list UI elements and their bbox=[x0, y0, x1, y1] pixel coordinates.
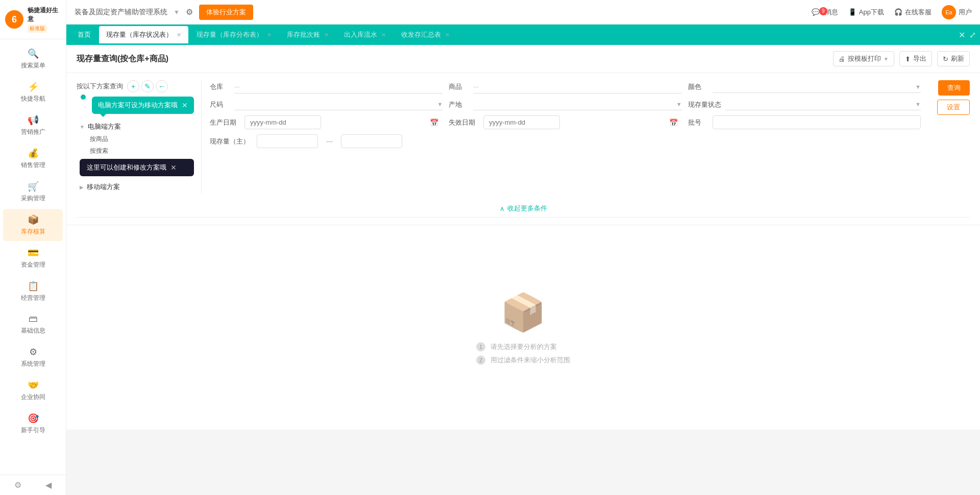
mobile-scheme-header[interactable]: ▶ 移动端方案 bbox=[77, 180, 194, 194]
size-dropdown-icon: ▼ bbox=[437, 101, 443, 107]
scheme-item-search[interactable]: 按搜索 bbox=[87, 145, 194, 157]
tab-stock-dist-label: 现存量（库存分布表） bbox=[197, 30, 263, 39]
scheme-item-by-goods[interactable]: 按商品 bbox=[87, 133, 194, 145]
color-input[interactable]: ▼ bbox=[713, 81, 921, 93]
tab-home[interactable]: 首页 bbox=[70, 27, 98, 42]
app-download-btn[interactable]: 📱 App下载 bbox=[848, 8, 884, 17]
export-btn[interactable]: ⬆ 导出 bbox=[899, 51, 932, 66]
origin-label: 产地 bbox=[449, 100, 469, 109]
header-left: 装备及固定资产辅助管理系统 ▼ ⚙ 体验行业方案 bbox=[75, 5, 253, 20]
stock-min-input[interactable] bbox=[257, 134, 318, 148]
warehouse-input[interactable]: ··· bbox=[234, 80, 443, 93]
print-btn[interactable]: 🖨 按模板打印 ▼ bbox=[833, 51, 894, 66]
tab-batch-acct[interactable]: 库存批次账 ✕ bbox=[280, 26, 336, 43]
quicknav-icon: ⚡ bbox=[28, 81, 39, 92]
mobile-scheme-group: ▶ 移动端方案 bbox=[77, 180, 194, 194]
goods-input[interactable]: ··· bbox=[473, 80, 681, 93]
tab-stock-dist-close[interactable]: ✕ bbox=[267, 32, 272, 38]
support-label: 在线客服 bbox=[905, 8, 932, 17]
stock-status-input[interactable]: ▼ bbox=[725, 99, 921, 110]
expire-date-input[interactable] bbox=[483, 115, 560, 129]
user-menu[interactable]: Ea 用户 bbox=[942, 5, 972, 19]
trial-btn[interactable]: 体验行业方案 bbox=[199, 5, 253, 20]
online-support-btn[interactable]: 🎧 在线客服 bbox=[894, 8, 932, 17]
prod-date-calendar-icon[interactable]: 📅 bbox=[430, 119, 438, 127]
sidebar-item-operations[interactable]: 📋 经营管理 bbox=[3, 275, 63, 308]
batch-input[interactable] bbox=[713, 115, 921, 129]
tab-batch-acct-label: 库存批次账 bbox=[287, 30, 320, 39]
desktop-scheme-header[interactable]: ▼ 电脑端方案 bbox=[77, 120, 194, 133]
back-scheme-btn[interactable]: ← bbox=[156, 80, 168, 92]
settings-bottom-icon[interactable]: ⚙ bbox=[14, 480, 21, 490]
sidebar-item-newbie[interactable]: 🎯 新手引导 bbox=[3, 408, 63, 440]
refresh-btn[interactable]: ↻ 刷新 bbox=[937, 51, 970, 66]
origin-input[interactable]: ▼ bbox=[473, 99, 681, 110]
gear-icon[interactable]: ⚙ bbox=[186, 7, 193, 17]
sidebar-item-finance[interactable]: 💳 资金管理 bbox=[3, 242, 63, 274]
goods-field: 商品 ··· bbox=[449, 80, 681, 93]
filter-label: 按以下方案查询 bbox=[77, 82, 123, 91]
sidebar-item-purchase[interactable]: 🛒 采购管理 bbox=[3, 176, 63, 208]
tooltip-bubble-2: 这里可以创建和修改方案哦 ✕ bbox=[80, 159, 194, 176]
dot-indicator-1 bbox=[81, 95, 86, 100]
settings-btn[interactable]: 设置 bbox=[937, 100, 970, 115]
sidebar-item-collab[interactable]: 🤝 企业协同 bbox=[3, 374, 63, 407]
sidebar-item-system[interactable]: ⚙ 系统管理 bbox=[3, 341, 63, 373]
sidebar-label-marketing: 营销推广 bbox=[21, 128, 45, 136]
page-title: 现存量查询(按仓库+商品) bbox=[77, 54, 168, 64]
add-scheme-btn[interactable]: + bbox=[127, 80, 139, 92]
message-btn[interactable]: 💬 9 消息 bbox=[812, 8, 838, 17]
sidebar-item-inventory[interactable]: 📦 库存核算 bbox=[3, 209, 63, 241]
page-header: 现存量查询(按仓库+商品) 🖨 按模板打印 ▼ ⬆ 导出 ↻ 刷新 bbox=[66, 45, 980, 73]
close-all-tabs-icon[interactable]: ✕ bbox=[959, 30, 965, 40]
sidebar-bottom: ⚙ ◀ bbox=[0, 475, 66, 495]
page-actions: 🖨 按模板打印 ▼ ⬆ 导出 ↻ 刷新 bbox=[833, 51, 970, 66]
collapse-sidebar-icon[interactable]: ◀ bbox=[45, 480, 52, 490]
search-btn[interactable]: 查询 bbox=[938, 80, 970, 96]
sidebar-item-search[interactable]: 🔍 搜索菜单 bbox=[3, 43, 63, 75]
search-buttons: 查询 设置 bbox=[929, 80, 970, 115]
filter-fields: 仓库 ··· 商品 ··· 颜色 bbox=[210, 80, 921, 151]
scheme-action-btns: + ✎ ← bbox=[127, 80, 168, 92]
logo-title: 畅捷通好生意 bbox=[28, 6, 61, 23]
tab-stock-status[interactable]: 现存量（库存状况表） ✕ bbox=[99, 26, 188, 43]
size-input[interactable]: ▼ bbox=[234, 99, 443, 110]
sidebar-item-quicknav[interactable]: ⚡ 快捷导航 bbox=[3, 76, 63, 108]
scheme-item-goods-label: 按商品 bbox=[90, 135, 108, 144]
color-field: 颜色 ▼ bbox=[688, 81, 921, 93]
maximize-icon[interactable]: ⤢ bbox=[969, 30, 976, 40]
sidebar-item-marketing[interactable]: 📢 营销推广 bbox=[3, 109, 63, 142]
mobile-scheme-label: 移动端方案 bbox=[87, 182, 120, 192]
tab-batch-acct-close[interactable]: ✕ bbox=[324, 32, 329, 38]
sidebar-label-sales: 销售管理 bbox=[21, 161, 45, 170]
avatar-text: Ea bbox=[945, 9, 952, 15]
message-icon: 💬 bbox=[812, 8, 820, 16]
dropdown-arrow-icon: ▼ bbox=[174, 9, 180, 16]
sidebar-item-sales[interactable]: 💰 销售管理 bbox=[3, 143, 63, 175]
sidebar-item-basic[interactable]: 🗃 基础信息 bbox=[3, 309, 63, 340]
expire-date-calendar-icon[interactable]: 📅 bbox=[669, 119, 678, 127]
sidebar-label-finance: 资金管理 bbox=[21, 261, 45, 269]
tab-stock-dist[interactable]: 现存量（库存分布表） ✕ bbox=[189, 26, 279, 43]
tab-inout-flow-close[interactable]: ✕ bbox=[381, 32, 386, 38]
tab-recv-summary-close[interactable]: ✕ bbox=[445, 32, 450, 38]
app-label: App下载 bbox=[859, 8, 884, 17]
tooltip2-close[interactable]: ✕ bbox=[170, 163, 177, 172]
filter-section: 按以下方案查询 + ✎ ← 电脑方案可设为移动方案哦 ✕ bbox=[66, 73, 980, 225]
collapse-bar[interactable]: ∧ 收起更多条件 bbox=[77, 200, 970, 218]
goods-label: 商品 bbox=[449, 82, 469, 91]
edit-scheme-btn[interactable]: ✎ bbox=[141, 80, 154, 92]
prod-date-input[interactable] bbox=[244, 115, 321, 129]
stock-max-input[interactable] bbox=[341, 134, 402, 148]
empty-step-1: 1 请先选择要分析的方案 bbox=[476, 342, 570, 351]
tab-stock-status-close[interactable]: ✕ bbox=[177, 32, 181, 38]
tab-inout-flow[interactable]: 出入库流水 ✕ bbox=[337, 26, 393, 43]
tooltip1-close[interactable]: ✕ bbox=[182, 101, 188, 109]
batch-label: 批号 bbox=[688, 118, 708, 127]
marketing-icon: 📢 bbox=[28, 114, 39, 126]
stock-main-label: 现存量（主） bbox=[210, 137, 251, 146]
desktop-scheme-items: 按商品 按搜索 bbox=[77, 133, 194, 157]
tab-right-btns: ✕ ⤢ bbox=[959, 30, 976, 40]
tab-recv-summary[interactable]: 收发存汇总表 ✕ bbox=[394, 26, 457, 43]
expire-date-label: 失效日期 bbox=[449, 118, 479, 127]
